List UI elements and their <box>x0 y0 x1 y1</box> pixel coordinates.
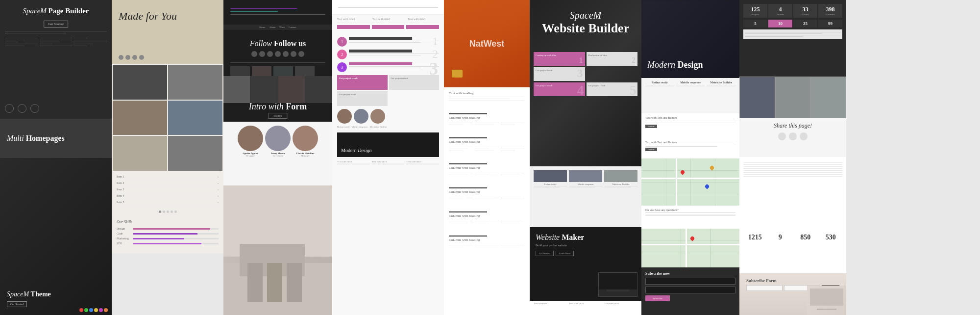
text-btn-1[interactable]: Button <box>645 125 657 128</box>
feat-col-2: Mobile response <box>676 81 705 87</box>
step-big-num-3: 3 <box>429 58 438 79</box>
chip-orange <box>104 308 108 312</box>
website-maker-panel: Website Maker Build your perfect website… <box>530 227 641 301</box>
text-line-3 <box>406 163 439 164</box>
dot-5[interactable] <box>174 210 177 213</box>
step-content-3 <box>349 62 439 72</box>
avatar-3 <box>293 126 318 151</box>
tb-line-8 <box>743 176 842 177</box>
stat-number-2: 4 <box>769 6 791 13</box>
text-line-1 <box>337 163 370 164</box>
stats-top-panel: 125 Projects 4 Awards 33 Clients 398 Com… <box>739 0 846 77</box>
text-buttons-2: Button <box>645 148 735 151</box>
form-submit-button[interactable]: Submit <box>268 113 287 119</box>
text-btn-2[interactable]: Button <box>645 148 657 151</box>
col-line-med <box>449 223 468 223</box>
social-icons <box>251 51 304 57</box>
subscribe-button[interactable]: Subscribe <box>645 295 670 301</box>
get-started-button[interactable]: Get Started <box>44 21 68 27</box>
feat-line <box>645 85 674 85</box>
share-icons <box>743 132 842 140</box>
stats-grid-secondary: 5 10 25 99 <box>743 20 842 27</box>
subscribe-email-input[interactable] <box>645 287 735 293</box>
bottom-stats-grid: 1215 9 850 530 <box>743 234 842 241</box>
theme-get-started-button[interactable]: Get Started <box>7 301 27 307</box>
map-grid-v-1 <box>666 158 666 205</box>
nav-item-arrow: › <box>218 194 219 197</box>
map-grid-2-v1 <box>681 229 681 267</box>
feat-1: Retina ready <box>337 126 349 128</box>
text-labels-row: Text with title1 Text with title2 Text w… <box>337 160 439 165</box>
photo-cell-1 <box>113 65 167 100</box>
doc-header <box>332 0 444 15</box>
intro-form-title: Intro with Form <box>249 102 307 112</box>
wm-btn-1[interactable]: Get Started <box>536 251 554 256</box>
col-line-short <box>475 175 489 175</box>
step-title-2 <box>349 50 412 52</box>
faq-line-1 <box>645 212 735 213</box>
social-icon-6[interactable] <box>291 51 296 57</box>
col-line-short <box>449 125 463 125</box>
member-role-1: Designer <box>238 155 263 157</box>
laptop-screen <box>599 273 637 289</box>
section-title-6: Columns with heading <box>449 214 525 218</box>
nav-item-arrow: › <box>218 188 219 191</box>
share-icon-2[interactable] <box>789 132 797 140</box>
col-line <box>501 147 525 147</box>
stat-box-3: 33 Clients <box>793 4 817 18</box>
feat-line-1 <box>534 186 567 186</box>
divider-2 <box>337 158 439 159</box>
brand-logo-name: SpaceM <box>542 10 629 21</box>
dot-4[interactable] <box>171 210 173 213</box>
doc-divider <box>337 23 439 23</box>
share-icon-1[interactable] <box>778 132 786 140</box>
chair-3 <box>287 263 302 302</box>
step-num-container-3: 3 <box>337 62 347 72</box>
map-marker-2 <box>704 184 710 189</box>
social-icon-2[interactable] <box>259 51 265 57</box>
section-sep-2 <box>449 127 525 134</box>
social-icon-3[interactable] <box>267 51 273 57</box>
dot-2[interactable] <box>163 210 165 213</box>
stat-label-2: Awards <box>769 13 791 16</box>
skill-row-3: Marketing <box>117 237 219 240</box>
col-header-3: Text with title3 <box>408 18 439 21</box>
nav-item-arrow: › <box>218 182 219 184</box>
page-builder-content <box>5 29 107 48</box>
col-follow-us: Home About Work Contact Follow Follow us <box>223 0 332 315</box>
col-line <box>449 197 473 197</box>
text-line-b <box>645 146 717 147</box>
color-chips <box>79 308 108 312</box>
process-step-1: Coming up with idea 1 <box>534 52 585 66</box>
content-grid <box>5 36 107 48</box>
block-line-short <box>5 46 24 46</box>
subscribe-light-input-1[interactable] <box>746 285 783 291</box>
dot-3[interactable] <box>167 210 169 213</box>
subscribe-input[interactable] <box>645 278 735 285</box>
columns-row-1 <box>449 121 525 127</box>
columns-row-2 <box>449 145 525 153</box>
section-title-4: Columns with heading <box>449 166 525 170</box>
wm-btn-2[interactable]: Learn More <box>556 251 574 256</box>
dot-1[interactable] <box>159 210 161 213</box>
social-icon-4[interactable] <box>275 51 281 57</box>
col-line <box>449 147 473 147</box>
share-icon-3[interactable] <box>800 132 808 140</box>
social-icon-5[interactable] <box>283 51 289 57</box>
doc-col-18 <box>501 243 525 249</box>
col-block-3 <box>74 36 107 48</box>
photo-grid <box>112 64 223 172</box>
col-line-short <box>449 151 463 151</box>
feature-col-3: Metricise Builder <box>604 170 637 188</box>
stat-sm-3: 25 <box>793 20 817 27</box>
social-icon-7[interactable] <box>298 51 304 57</box>
accent-block-3: Get project result <box>337 91 388 106</box>
col-header-2: Text with title2 <box>372 18 404 21</box>
social-icon-1[interactable] <box>251 51 257 57</box>
circle-3 <box>30 104 39 113</box>
theme-title: SpaceM Theme <box>7 290 51 298</box>
text-label-3: Text with title3 <box>406 160 439 163</box>
sub-icon-2 <box>125 55 130 60</box>
skill-fill <box>133 233 197 235</box>
col-website-builder: SpaceM Website Builder Coming up with id… <box>530 0 641 315</box>
